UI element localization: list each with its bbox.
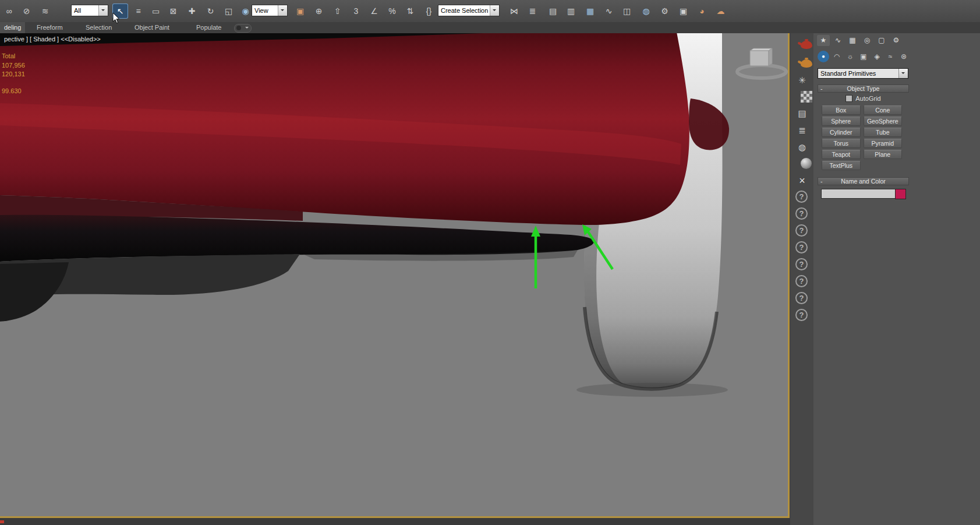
side-toolbar: ✳ ▤ ≣ ◍ × ? ? ? ? ? ? ? ? [790,33,814,525]
teapot-button[interactable]: Teapot [822,150,861,159]
named-selection-sets-icon[interactable]: {} [421,3,437,19]
curve-editor-icon[interactable]: ∿ [601,3,617,19]
align-icon[interactable]: ≣ [525,3,540,19]
schematic-view-icon[interactable]: ◫ [619,3,635,19]
tab-selection[interactable]: Selection [82,22,116,33]
plane-button[interactable]: Plane [864,150,903,159]
unlink-selection-icon[interactable]: ⊘ [19,3,34,19]
chevron-down-icon [98,5,108,16]
checker-icon[interactable] [794,89,810,104]
display-tab[interactable]: ▢ [875,35,888,46]
layers-icon[interactable]: ▤ [794,106,810,121]
selection-filter-dropdown[interactable]: All [71,5,108,16]
utilities-tab[interactable]: ⚙ [890,35,903,46]
selection-region-icon[interactable]: ▭ [148,3,164,19]
selection-filter-value: All [74,6,98,15]
mirror-icon[interactable]: ⋈ [506,3,522,19]
help-icon[interactable]: ? [795,224,808,237]
box-button[interactable]: Box [822,105,861,115]
help-icon[interactable]: ? [795,191,808,203]
tube-button[interactable]: Tube [864,128,903,137]
hierarchy-tab[interactable]: ▦ [846,35,859,46]
geosphere-button[interactable]: GeoSphere [864,117,903,126]
snaps-toggle-icon[interactable]: 3 [348,3,364,19]
percent-snap-icon[interactable]: % [384,3,400,19]
tab-modeling[interactable]: deling [0,22,25,33]
select-by-name-icon[interactable]: ≡ [130,3,146,19]
viewport-label[interactable]: pective ] [ Shaded ] <<Disabled>> [4,36,101,43]
teapot-icon[interactable] [794,37,810,52]
motion-tab[interactable]: ◎ [861,35,873,46]
patterned-sphere-icon[interactable]: ◍ [794,140,810,155]
status-bar [0,518,790,525]
car-body [0,33,729,225]
render-setup-icon[interactable]: ⚙ [657,3,673,19]
ribbon-toggle-icon[interactable]: ▦ [582,3,598,19]
layer-explorer-icon[interactable]: ▥ [563,3,579,19]
stack-icon[interactable]: ≣ [794,123,810,138]
command-panel-tabs: ★ ∿ ▦ ◎ ▢ ⚙ [817,35,903,46]
spinner-snap-icon[interactable]: ⇅ [402,3,418,19]
rollout-name-and-color[interactable]: - Name and Color [818,177,909,185]
named-selection-sets-dropdown[interactable]: Create Selection Se [438,5,500,16]
geometry-category-icon[interactable]: ● [818,51,829,62]
select-and-place-icon[interactable]: ◉ [238,3,253,19]
primitive-type-dropdown[interactable]: Standard Primitives [818,68,908,79]
angle-snap-icon[interactable]: ∠ [366,3,382,19]
bind-to-spacewarp-icon[interactable]: ≋ [37,3,53,19]
sphere-button[interactable]: Sphere [822,117,861,126]
help-icon[interactable]: ? [795,207,808,220]
mouse-cursor [112,12,121,24]
material-editor-icon[interactable]: ◍ [638,3,654,19]
help-icon[interactable]: ? [795,309,808,321]
select-and-link-icon[interactable]: ∞ [1,3,17,19]
cylinder-button[interactable]: Cylinder [822,128,861,137]
cone-button[interactable]: Cone [864,105,903,115]
torus-button[interactable]: Torus [822,139,861,148]
rendered-frame-icon[interactable]: ▣ [675,3,691,19]
ribbon-tab-strip: deling Freeform Selection Object Paint P… [0,22,980,34]
close-x-icon[interactable]: × [794,173,810,188]
tab-object-paint[interactable]: Object Paint [130,22,174,33]
scene-explorer-icon[interactable]: ▤ [545,3,561,19]
tab-freeform[interactable]: Freeform [33,22,67,33]
help-icon[interactable]: ? [795,292,808,304]
use-center-icon[interactable]: ▣ [292,3,308,19]
helpers-category-icon[interactable]: ◈ [871,51,883,62]
ribbon-options-icon[interactable] [234,24,252,33]
render-cloud-icon[interactable]: ☁ [713,3,728,19]
select-and-rotate-icon[interactable]: ↻ [203,3,218,19]
modify-tab[interactable]: ∿ [832,35,844,46]
collapse-indicator: - [820,178,823,185]
keyboard-override-icon[interactable]: ⇧ [330,3,345,19]
autogrid-checkbox[interactable] [845,95,852,102]
snowflake-icon[interactable]: ✳ [794,73,810,88]
render-production-icon[interactable]: ◕ [694,3,710,19]
teapot-gold-icon[interactable] [794,55,810,71]
rollout-object-type[interactable]: - Object Type [818,84,909,93]
viewport-perspective[interactable]: pective ] [ Shaded ] <<Disabled>> Total … [0,33,788,517]
coordinate-system-dropdown[interactable]: View [252,5,288,16]
teapot-shape [801,41,812,49]
pyramid-button[interactable]: Pyramid [864,139,903,148]
object-name-input[interactable] [821,189,896,199]
cameras-category-icon[interactable]: ▣ [858,51,869,62]
systems-category-icon[interactable]: ⊛ [898,51,910,62]
select-and-move-icon[interactable]: ✚ [184,3,200,19]
sphere-icon[interactable] [794,156,810,171]
spacewarps-category-icon[interactable]: ≈ [885,51,896,62]
stats-total-label: Total [2,52,25,61]
help-icon[interactable]: ? [795,275,808,287]
sphere-shape [801,158,812,169]
select-and-scale-icon[interactable]: ◱ [221,3,236,19]
lights-category-icon[interactable]: ☼ [844,51,856,62]
textplus-button[interactable]: TextPlus [822,161,861,170]
object-color-swatch[interactable] [895,189,906,199]
tab-populate[interactable]: Populate [192,22,225,33]
window-crossing-icon[interactable]: ⊠ [165,3,181,19]
select-and-manipulate-icon[interactable]: ⊕ [311,3,327,19]
help-icon[interactable]: ? [795,241,808,253]
shapes-category-icon[interactable]: ◠ [831,51,843,62]
help-icon[interactable]: ? [795,258,808,270]
create-tab[interactable]: ★ [817,35,830,46]
